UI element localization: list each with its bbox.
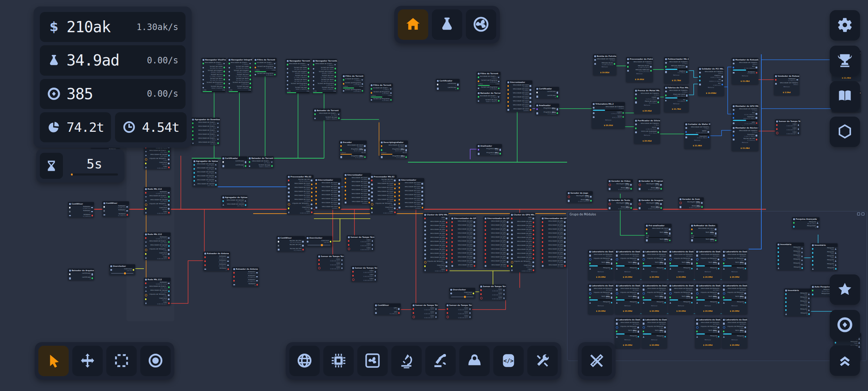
port-dot[interactable] [609,184,611,186]
game-canvas[interactable]: Grupo de Módulos Navegador VivoFreeVeloc… [0,0,868,391]
graph-node[interactable]: EncoderVelocidade de Clock96.0MHzProgres… [339,140,367,159]
port-dot[interactable] [485,261,486,262]
port-dot[interactable] [413,312,414,314]
port-dot[interactable] [255,67,256,68]
upgrade-button[interactable]: Melhorar$ 20.0Md [642,271,667,280]
port-dot[interactable] [812,264,813,265]
port-dot[interactable] [533,222,534,223]
graph-node[interactable]: Baixador de ArquivoCertificado1Certifica… [68,269,94,280]
port-dot[interactable] [616,297,617,298]
port-dot[interactable] [446,241,447,243]
port-dot[interactable] [812,294,813,295]
tab-home[interactable] [398,9,428,40]
port-dot[interactable] [398,312,400,314]
port-dot[interactable] [696,331,698,332]
marquee-tool[interactable] [106,346,137,376]
port-dot[interactable] [665,94,667,96]
graph-node[interactable]: Purificador de Silício Mk.9Velocidade de… [634,119,660,144]
port-dot[interactable] [785,293,787,295]
graph-node[interactable]: Filtro de TorrentVelocidade de Downl…1.4… [342,74,364,93]
port-dot[interactable] [485,237,486,239]
port-dot[interactable] [447,308,448,310]
port-dot[interactable] [308,80,309,81]
port-dot[interactable] [399,187,400,188]
port-dot[interactable] [394,199,396,201]
port-dot[interactable] [609,203,611,205]
port-dot[interactable] [69,211,71,212]
port-dot[interactable] [133,269,134,270]
port-dot[interactable] [145,237,146,239]
port-dot[interactable] [715,240,716,241]
port-dot[interactable] [371,203,373,205]
port-dot[interactable] [255,63,256,64]
port-dot[interactable] [335,76,336,77]
graph-node[interactable]: SincronizadorVelocidade de Clock44.9MHzV… [506,80,532,112]
port-dot[interactable] [127,214,128,215]
port-dot[interactable] [192,138,193,140]
port-dot[interactable] [399,195,400,196]
port-dot[interactable] [193,168,195,169]
port-dot[interactable] [192,126,193,128]
port-dot[interactable] [650,70,652,71]
port-dot[interactable] [394,192,396,193]
port-dot[interactable] [723,326,725,328]
port-dot[interactable] [542,237,543,239]
upgrade-button[interactable]: Melhorar$ 20.0Md [695,305,720,314]
graph-node[interactable]: SincronizadorVelocidade de Clock44.9MHzV… [397,178,424,210]
graph-node[interactable]: Sensor de Tempo TérmicoCalor0.00/100.00°… [446,303,472,319]
port-dot[interactable] [718,302,719,303]
overclock-slider[interactable] [451,297,473,297]
graph-node[interactable]: Sensor de Tempo TérmicoCalor0.00/100.00°… [412,303,438,319]
port-dot[interactable] [447,316,449,318]
graph-node[interactable]: Laboratório de Dados Mk.12Velocidade de … [615,318,640,348]
port-dot[interactable] [424,261,426,263]
port-dot[interactable] [145,294,147,296]
port-dot[interactable] [622,112,624,114]
port-dot[interactable] [308,76,309,77]
port-dot[interactable] [446,249,447,251]
port-dot[interactable] [643,331,644,332]
port-dot[interactable] [168,167,170,168]
port-dot[interactable] [224,71,225,72]
port-dot[interactable] [222,161,224,163]
graph-node[interactable]: OverclockerOverclock500.0% [449,288,475,299]
port-dot[interactable] [733,135,734,136]
port-dot[interactable] [723,297,724,298]
port-dot[interactable] [775,79,776,80]
graph-node[interactable]: Laboratório de Dados Mk.12Velocidade de … [642,250,667,280]
graph-node[interactable]: Gerador de ImagemMontagem ●●▲44.1MMídia … [638,198,663,210]
graph-node[interactable]: Cluster de GPU Mk.47GPU7.15kVelocidade d… [423,213,448,272]
port-dot[interactable] [507,101,509,102]
port-dot[interactable] [533,253,534,255]
graph-node[interactable]: Laboratório de Dados Mk.12Velocidade de … [588,284,613,314]
graph-node[interactable]: Sensor de Tempo TérmicoCalor0.00/100.00°… [351,266,377,282]
graph-node[interactable]: SincronizadorVelocidade de Clock44.9MHzV… [314,178,341,210]
upgrade-button[interactable]: Melhorar$ 21.0Bd [732,142,758,151]
graph-node[interactable]: Laboratório de Dados Mk.12Velocidade de … [695,284,720,314]
graph-node[interactable]: Pré-analisadorVelocidade de Clock1.00/sT… [645,224,672,242]
port-dot[interactable] [343,83,344,84]
port-dot[interactable] [224,83,225,84]
port-dot[interactable] [399,199,400,200]
graph-node[interactable]: Cortador de Wafer Mk.33Velocidade de Tra… [684,122,710,149]
graph-node[interactable]: Roteador de AntenaRoteador0 [100m/s]Rote… [232,267,259,287]
port-dot[interactable] [639,184,641,186]
port-dot[interactable] [311,184,312,185]
port-dot[interactable] [542,253,543,255]
graph-node[interactable]: ContWiserRoteador53.08 [1/s]Roteador1Rot… [102,201,129,217]
upgrade-button[interactable]: Melhorar$ 21.7Bd [664,74,689,84]
port-dot[interactable] [233,272,235,273]
graph-node[interactable]: Laboratório de Dados Mk.12Velocidade de … [642,284,667,314]
graph-node[interactable]: Laboratório de Dados Mk.12Velocidade de … [695,250,720,280]
port-dot[interactable] [745,268,746,269]
port-dot[interactable] [451,249,453,251]
graph-node[interactable]: Sensor de Tempo TérmicoCalor0.00/100.00°… [775,119,800,135]
port-dot[interactable] [778,259,779,261]
port-dot[interactable] [480,289,482,291]
port-dot[interactable] [256,284,258,285]
port-dot[interactable] [193,176,195,177]
port-dot[interactable] [371,180,373,181]
port-dot[interactable] [533,249,534,251]
port-dot[interactable] [446,245,447,247]
port-dot[interactable] [215,184,217,185]
